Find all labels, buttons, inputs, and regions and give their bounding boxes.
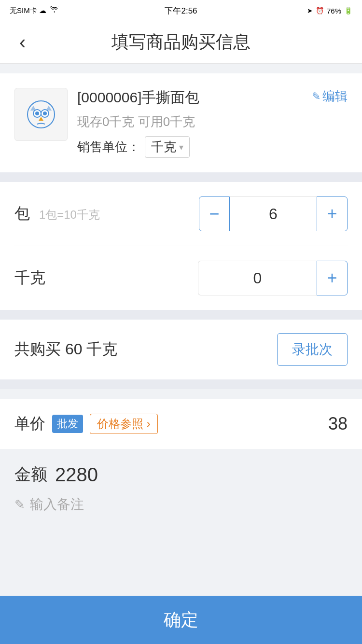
edit-icon: ✎ [312,90,320,103]
price-left: 单价 批发 价格参照 › [14,413,158,434]
no-sim-text: 无SIM卡 ☁ [10,6,46,15]
price-section: 单价 批发 价格参照 › 38 [0,399,362,449]
unit-selector[interactable]: 千克 ▾ [145,136,190,158]
tag-pifa: 批发 [52,415,83,433]
confirm-text: 确定 [164,608,198,632]
remark-row[interactable]: ✎ 输入备注 [14,495,348,514]
product-image [14,88,68,141]
back-button[interactable]: ‹ [14,27,30,58]
price-label: 单价 [14,413,45,434]
bao-minus-button[interactable]: − [199,196,230,231]
bao-controls: − + [199,196,348,231]
bao-hint: 1包=10千克 [39,208,100,221]
pencil-icon: ✎ [14,497,25,512]
battery-icon: 🔋 [344,7,352,14]
product-stock: 现存0千克 可用0千克 [77,113,348,130]
product-name: [0000006]手撕面包 [77,88,199,108]
amount-value: 2280 [55,464,98,486]
kg-controls: + [198,261,348,295]
product-info: [0000006]手撕面包 ✎ 编辑 现存0千克 可用0千克 销售单位： 千克 … [77,88,348,158]
input-section: 包 1包=10千克 − + 千克 + [0,182,362,310]
minus-icon: − [209,204,219,224]
kg-input-row: 千克 + [14,246,348,310]
alarm-icon: ⏰ [316,7,324,14]
edit-label: 编辑 [322,88,348,105]
unit-value: 千克 [151,139,176,155]
total-section: 共购买 60 千克 录批次 [0,320,362,379]
bao-input-row: 包 1包=10千克 − + [14,182,348,246]
edit-button[interactable]: ✎ 编辑 [312,88,348,105]
price-ref-button[interactable]: 价格参照 › [90,414,158,434]
amount-section: 金额 2280 ✎ 输入备注 [0,449,362,521]
page-title: 填写商品购买信息 [111,30,251,54]
wifi-icon [50,6,61,15]
kg-quantity-input[interactable] [198,261,317,295]
plus-icon: + [327,204,337,224]
status-right: ➤ ⏰ 76% 🔋 [307,7,352,15]
unit-label: 销售单位： [77,139,140,155]
battery-text: 76% [327,7,341,15]
kg-plus-icon: + [327,268,337,288]
status-left: 无SIM卡 ☁ [10,6,61,15]
confirm-bar[interactable]: 确定 [0,596,362,644]
product-card: [0000006]手撕面包 ✎ 编辑 现存0千克 可用0千克 销售单位： 千克 … [0,73,362,172]
svg-marker-7 [39,117,43,121]
amount-row: 金额 2280 [14,463,348,486]
price-row: 单价 批发 价格参照 › 38 [14,413,348,434]
kg-plus-button[interactable]: + [317,261,348,295]
bao-plus-button[interactable]: + [317,196,348,231]
price-value: 38 [328,414,348,434]
svg-point-6 [43,112,47,115]
separator-3 [0,379,362,389]
total-text: 共购买 60 千克 [14,339,117,360]
bao-label: 包 1包=10千克 [14,203,199,224]
batch-button[interactable]: 录批次 [277,333,348,366]
product-logo [27,100,56,129]
nav-bar: ‹ 填写商品购买信息 [0,21,362,64]
location-icon: ➤ [307,7,313,14]
status-bar: 无SIM卡 ☁ 下午2:56 ➤ ⏰ 76% 🔋 [0,0,362,21]
amount-label: 金额 [14,463,47,486]
separator-1 [0,172,362,182]
product-unit: 销售单位： 千克 ▾ [77,136,348,158]
separator-2 [0,310,362,320]
dropdown-icon: ▾ [179,142,183,153]
svg-point-5 [35,112,39,115]
bao-quantity-input[interactable] [230,196,317,231]
remark-placeholder: 输入备注 [30,495,84,514]
status-time: 下午2:56 [165,5,197,16]
kg-label: 千克 [14,267,198,289]
